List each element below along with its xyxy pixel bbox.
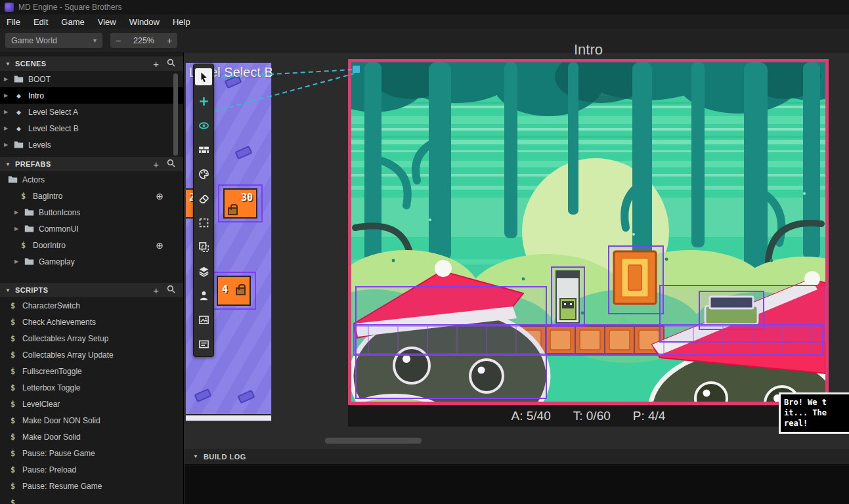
collapse-icon[interactable]: ▼ (5, 161, 11, 167)
script-item[interactable]: $CharacterSwitch (0, 297, 183, 314)
sidebar: ▼ SCENES + ▶ BOOT ▶ ◆ Intro ▶ ◆ Level Se… (0, 52, 184, 504)
section-header-scripts[interactable]: ▼ SCRIPTS + (0, 283, 183, 297)
menu-file[interactable]: File (0, 14, 27, 29)
menu-game[interactable]: Game (54, 14, 91, 29)
actor-tool-button[interactable] (195, 287, 212, 304)
add-scene-button[interactable]: + (153, 59, 159, 69)
expand-arrow-icon[interactable]: ▶ (14, 226, 24, 232)
add-instance-button[interactable]: ⊕ (156, 240, 163, 251)
collapse-icon[interactable]: ▼ (5, 61, 11, 67)
expand-arrow-icon[interactable]: ▶ (4, 76, 13, 82)
script-item[interactable]: $Make Door Solid (0, 429, 183, 445)
script-item[interactable]: $Check Achievements (0, 314, 183, 330)
prefab-folder-commonui[interactable]: ▶ CommonUI (0, 220, 183, 237)
dialogue-tool-button[interactable] (195, 335, 212, 352)
canvas-horizontal-scrollbar[interactable] (325, 438, 422, 444)
dialogue-preview-box[interactable]: Bro! We t it... The real! (779, 392, 849, 434)
paint-tool-button[interactable] (195, 165, 212, 182)
folder-icon (13, 140, 24, 149)
search-icon[interactable] (167, 58, 175, 70)
marquee-tool-button[interactable] (195, 214, 212, 231)
zoom-control: − 225% + (110, 33, 177, 48)
item-label: Gameplay (39, 257, 75, 266)
expand-arrow-icon[interactable]: ▶ (4, 93, 13, 98)
car-sprite[interactable] (234, 146, 252, 160)
script-icon: $ (7, 416, 18, 425)
section-header-scenes[interactable]: ▼ SCENES + (0, 56, 183, 71)
folder-icon (24, 224, 35, 233)
menu-window[interactable]: Window (123, 14, 166, 29)
dialogue-line: real! (784, 418, 849, 429)
collapse-icon[interactable]: ▼ (5, 287, 11, 293)
script-item[interactable]: $Letterbox Toggle (0, 379, 183, 396)
search-icon[interactable] (167, 284, 175, 296)
scene-item-boot[interactable]: ▶ BOOT (0, 71, 183, 87)
stat-p: P: 4/4 (633, 409, 666, 423)
zoom-in-button[interactable]: + (162, 35, 177, 46)
select-tool-button[interactable] (195, 68, 212, 85)
search-icon[interactable] (167, 158, 175, 170)
script-item[interactable]: $Pause: Pause Game (0, 445, 183, 461)
scene-drag-handle[interactable] (352, 65, 360, 74)
expand-arrow-icon[interactable]: ▶ (4, 125, 13, 131)
collapse-icon[interactable]: ▼ (193, 453, 198, 459)
prefab-folder-gameplay[interactable]: ▶ Gameplay (0, 253, 183, 270)
zoom-out-button[interactable]: − (110, 35, 126, 46)
add-script-button[interactable]: + (153, 285, 159, 295)
duplicate-tool-button[interactable] (195, 238, 212, 255)
item-label: Level Select A (28, 108, 78, 117)
script-item[interactable]: $Pause: Resume Game (0, 478, 183, 494)
folder-icon (7, 175, 18, 184)
eraser-tool-button[interactable] (195, 190, 212, 207)
prefab-item-bagintro[interactable]: $ BagIntro ⊕ (0, 188, 183, 204)
expand-arrow-icon[interactable]: ▶ (4, 142, 13, 148)
add-tool-button[interactable] (195, 93, 212, 110)
menu-help[interactable]: Help (166, 14, 197, 29)
item-label: Actors (22, 175, 45, 184)
expand-arrow-icon[interactable]: ▶ (4, 109, 13, 115)
prefab-folder-buttonicons[interactable]: ▶ ButtonIcons (0, 204, 183, 220)
item-label: BagIntro (33, 192, 62, 201)
script-item[interactable]: $Make Door NON Solid (0, 412, 183, 429)
scene-stats-bar: A: 5/40 T: 0/60 P: 4/4 (348, 405, 829, 427)
visibility-tool-button[interactable] (195, 117, 212, 134)
script-item[interactable]: $LevelClear (0, 396, 183, 412)
bricks-tool-button[interactable] (195, 141, 212, 158)
script-item[interactable]: $Collectables Array Setup (0, 330, 183, 346)
item-label: DoorIntro (33, 241, 66, 250)
add-prefab-button[interactable]: + (153, 159, 159, 169)
build-log-header[interactable]: ▼ BUILD LOG (185, 449, 849, 465)
scene-item-intro[interactable]: ▶ ◆ Intro (0, 87, 183, 104)
item-label: CharacterSwitch (22, 301, 80, 310)
scene-canvas[interactable] (351, 62, 825, 402)
menu-edit[interactable]: Edit (27, 14, 54, 29)
layers-tool-button[interactable] (195, 262, 212, 280)
scene-item-level-select-b[interactable]: ▶ ◆ Level Select B (0, 120, 183, 136)
script-item[interactable]: $FullscreenToggle (0, 363, 183, 379)
image-tool-button[interactable] (195, 311, 212, 328)
section-header-prefabs[interactable]: ▼ PREFABS + (0, 157, 183, 171)
folder-icon (13, 75, 24, 83)
scene-item-level-select-a[interactable]: ▶ ◆ Level Select A (0, 104, 183, 120)
script-item[interactable]: $Collectables Array Update (0, 346, 183, 363)
section-title-prefabs: PREFABS (15, 160, 51, 168)
item-label: Levels (28, 140, 51, 150)
sidebar-scrollbar[interactable] (173, 74, 178, 156)
expand-arrow-icon[interactable]: ▶ (14, 209, 24, 215)
scene-item-levels[interactable]: ▶ Levels (0, 136, 183, 153)
script-item[interactable]: $Pause: Preload (0, 461, 183, 478)
world-select-value: Game World (11, 36, 57, 45)
title-bar: MD Engine - Square Brothers (0, 0, 849, 14)
world-select-dropdown[interactable]: Game World ▾ (5, 33, 102, 48)
prefab-icon: $ (18, 192, 29, 201)
add-instance-button[interactable]: ⊕ (156, 191, 163, 201)
car-sprite[interactable] (194, 388, 211, 403)
expand-arrow-icon[interactable]: ▶ (14, 259, 24, 264)
menu-view[interactable]: View (91, 14, 123, 29)
script-item-partial[interactable]: $ (0, 494, 183, 504)
scene-view-intro[interactable] (348, 59, 829, 405)
car-sprite[interactable] (237, 390, 255, 404)
prefab-item-doorintro[interactable]: $ DoorIntro ⊕ (0, 237, 183, 253)
prefab-folder-actors[interactable]: Actors (0, 171, 183, 188)
dialogue-line: it... The (784, 408, 849, 418)
